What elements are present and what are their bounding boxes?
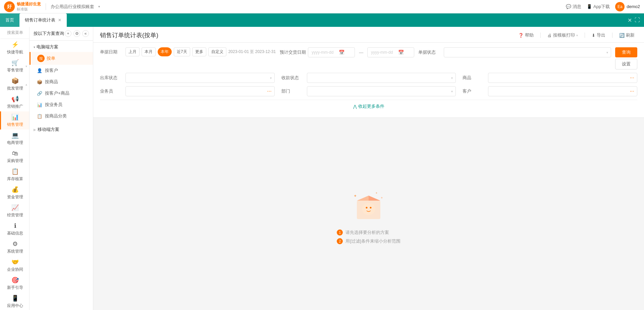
brand-name: 畅捷通好生意 — [17, 2, 41, 7]
salesperson-dots-icon: ··· — [267, 88, 271, 94]
user-profile[interactable]: Ea demo2 — [615, 2, 640, 11]
payment-status-group: 收款状态 ▾ — [281, 73, 456, 83]
status-filter-group: 单据状态 ▾ — [418, 47, 611, 57]
expected-date-end-input[interactable]: yyyy-mm-dd 📅 — [367, 47, 414, 57]
expected-date-start-input[interactable]: yyyy-mm-dd 📅 — [308, 47, 355, 57]
message-label: 消息 — [573, 4, 581, 10]
date-btn-this-year[interactable]: 本年 — [158, 47, 172, 56]
app-title-dropdown-icon[interactable]: ▾ — [98, 5, 100, 8]
customer-input[interactable]: ··· — [488, 86, 637, 96]
scheme-item-by-category[interactable]: 📋 按商品分类 — [30, 110, 93, 122]
ship-status-select[interactable]: ▾ — [125, 73, 275, 83]
help-button[interactable]: ❓ 帮助 — [516, 31, 536, 40]
tab-close-icon[interactable]: ✕ — [58, 18, 61, 22]
product-input[interactable]: ··· — [488, 73, 637, 83]
sidebar-item-operations[interactable]: 📈 经营管理 — [0, 202, 29, 220]
appstore-icon: 📱 — [11, 295, 19, 302]
department-arrow-icon: ▾ — [451, 90, 453, 93]
sidebar-system-label: 系统管理 — [7, 249, 23, 254]
filter-area: 单据日期 上月 本月 本年 近7天 更多 自定义 2023-01-01 至 20… — [93, 43, 644, 118]
sidebar-retail-label: 零售管理 — [7, 67, 23, 73]
scheme-item-by-customer[interactable]: 👤 按客户 — [30, 65, 93, 76]
tab-bar-expand-icon[interactable]: ⛶ — [635, 17, 640, 23]
date-btn-7days[interactable]: 近7天 — [174, 47, 190, 56]
scheme-item-by-salesperson-icon: 📊 — [36, 101, 43, 108]
sidebar-item-search[interactable]: 搜索菜单 — [0, 27, 29, 39]
page-header: 销售订单统计表(按单) ❓ 帮助 🖨 按模板打印 ▾ ⬇ — [93, 27, 644, 43]
sidebar-item-ecommerce[interactable]: 💻 电商管理 — [0, 130, 29, 148]
scheme-group-desktop-header[interactable]: ▾ 电脑端方案 — [30, 42, 93, 52]
scheme-item-by-customer-label: 按客户 — [45, 67, 58, 73]
date-range-text: 2023-01-01 至 2023-12-31 — [228, 49, 276, 55]
salesperson-input[interactable]: ··· — [125, 86, 275, 96]
sidebar-item-wholesale[interactable]: 📦 批发管理 ▴ — [0, 75, 29, 93]
marketing-icon: 📢 — [11, 95, 19, 103]
export-button[interactable]: ⬇ 导出 — [589, 31, 608, 40]
sidebar-marketing-label: 营销推广 — [7, 104, 23, 109]
scheme-group-mobile-header[interactable]: ▶ 移动端方案 — [30, 124, 93, 135]
date-btn-this-month[interactable]: 本月 — [142, 47, 156, 56]
sidebar-item-sales[interactable]: 📊 销售管理 — [0, 111, 29, 130]
scheme-active-dot: 按 — [37, 55, 45, 62]
collapse-btn-row: ⋀ 收起更多条件 — [100, 100, 637, 113]
payment-status-select[interactable]: ▾ — [307, 73, 456, 83]
collapse-more-conditions-button[interactable]: ⋀ 收起更多条件 — [100, 101, 637, 111]
scheme-item-by-salesperson[interactable]: 📊 按业务员 — [30, 99, 93, 110]
scheme-item-by-customer-icon: 👤 — [36, 67, 43, 74]
expected-date-label: 预计交货日期 — [280, 49, 306, 55]
scheme-panel: 按以下方案查询 + ⚙ « ▾ 电脑端方案 按 按单 — [30, 27, 93, 310]
product-filter-group: 商品 ··· — [463, 73, 637, 83]
date-btn-more[interactable]: 更多 — [192, 47, 206, 56]
scheme-item-by-product[interactable]: 📦 按商品 — [30, 76, 93, 88]
scheme-add-button[interactable]: + — [65, 30, 71, 37]
sidebar-item-inventory[interactable]: 📋 库存核算 — [0, 166, 29, 184]
message-button[interactable]: 💬 消息 — [566, 4, 581, 10]
help-icon: ❓ — [518, 33, 524, 38]
avatar: Ea — [615, 2, 625, 11]
main-content: 销售订单统计表(按单) ❓ 帮助 🖨 按模板打印 ▾ ⬇ — [93, 27, 644, 310]
sidebar-item-retail[interactable]: 🛒 零售管理 ▾ — [0, 57, 29, 75]
empty-tip-1: 1 请先选择要分析的方案 — [337, 229, 400, 236]
scheme-item-by-product-icon: 📦 — [36, 79, 43, 85]
query-button[interactable]: 查询 — [615, 47, 637, 57]
sidebar-item-purchase[interactable]: 🛍 采购管理 — [0, 148, 29, 166]
sidebar-item-shortcut[interactable]: ⚡ 快捷导航 — [0, 39, 29, 57]
scheme-group-mobile: ▶ 移动端方案 — [30, 123, 93, 136]
newbie-icon: 🎯 — [11, 276, 19, 284]
svg-marker-1 — [357, 196, 369, 201]
sidebar-newbie-label: 新手引导 — [7, 285, 23, 291]
expected-date-group: 预计交货日期 yyyy-mm-dd 📅 — yyyy-mm-dd 📅 — [280, 47, 414, 57]
sidebar-item-marketing[interactable]: 📢 营销推广 — [0, 93, 29, 111]
scheme-collapse-button[interactable]: « — [82, 30, 89, 37]
sidebar-item-enterprise[interactable]: 🤝 企业协同 — [0, 256, 29, 274]
template-print-button[interactable]: 🖨 按模板打印 ▾ — [545, 31, 581, 40]
tab-bar-close-icon[interactable]: ✕ — [628, 17, 632, 23]
date-btn-custom[interactable]: 自定义 — [208, 47, 226, 56]
svg-point-3 — [362, 203, 375, 215]
app-download-button[interactable]: 📱 App下载 — [587, 4, 610, 10]
scheme-item-by-category-icon: 📋 — [36, 113, 43, 119]
status-select[interactable]: ▾ — [444, 47, 611, 57]
tab-home[interactable]: 首页 — [0, 13, 19, 27]
date-btn-last-month[interactable]: 上月 — [125, 47, 140, 56]
scheme-item-by-customer-product[interactable]: 🔗 按客户+商品 — [30, 88, 93, 99]
tab-sales-order-stats[interactable]: 销售订单统计表 ✕ — [19, 13, 67, 27]
scheme-item-by-salesperson-label: 按业务员 — [45, 102, 62, 108]
help-label: 帮助 — [525, 32, 534, 38]
divider — [46, 3, 46, 10]
sidebar-item-finance[interactable]: 💰 资金管理 — [0, 184, 29, 202]
settings-button[interactable]: 设置 — [615, 59, 637, 69]
tab-bar: 首页 销售订单统计表 ✕ ✕ ⛶ — [0, 13, 644, 27]
sidebar-item-system[interactable]: ⚙ 系统管理 — [0, 238, 29, 256]
department-select[interactable]: ▾ — [307, 86, 456, 96]
sidebar-item-basic[interactable]: ℹ 基础信息 — [0, 220, 29, 238]
scheme-item-by-category-label: 按商品分类 — [45, 113, 67, 119]
sidebar-item-newbie[interactable]: 🎯 新手引导 — [0, 274, 29, 293]
scheme-item-by-order[interactable]: 按 按单 — [30, 52, 93, 65]
scheme-settings-button[interactable]: ⚙ — [73, 30, 80, 37]
app-title: 办公用品行业模拟账套 — [51, 4, 94, 10]
wholesale-icon: 📦 — [11, 77, 19, 85]
scheme-group-desktop: ▾ 电脑端方案 按 按单 👤 按客户 📦 按商品 🔗 — [30, 41, 93, 123]
sidebar-item-appstore[interactable]: 📱 应用中心 — [0, 293, 29, 310]
refresh-button[interactable]: 🔄 刷新 — [616, 31, 637, 40]
